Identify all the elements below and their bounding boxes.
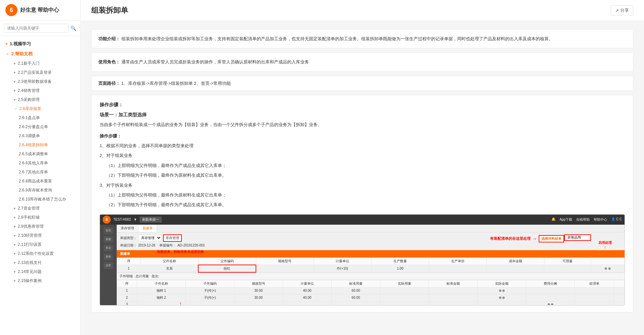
role-text: 通常由生产人员或库管人员完成折装业务的操作，库管人员确认原材料的出库和产成品的入…	[121, 59, 309, 64]
table-row: 1 物料 1 子(件(+) 30.00 40.00 60.00 ⊕ ⊗	[117, 287, 625, 294]
sidebar-item-data-prep[interactable]: + 2.3使用前数据准备	[11, 77, 80, 86]
label: 2.6库存核算	[19, 106, 41, 112]
sidebar-item-ops[interactable]: + 2.10经营管理	[11, 231, 80, 240]
screenshot-mockup: 6 TEST-H002 ▼ 刷新单据一 🔔 App下载 在线帮助 帮助中心 👤 …	[100, 214, 625, 305]
sidebar-item-new-user[interactable]: + 2.1新手入门	[11, 59, 80, 68]
sidebar-item-other-out[interactable]: 2.6.7其他出库单	[16, 168, 80, 177]
sidebar-item-transfer[interactable]: 2.6.3调拨单	[16, 131, 80, 141]
label: 2.5采购管理	[18, 97, 40, 103]
plus-icon: +	[13, 61, 16, 66]
sidebar-item-purchase[interactable]: + 2.5采购管理	[11, 95, 80, 104]
label: 2.12系统个性化设置	[18, 251, 54, 257]
nav-tree: + 1.视频学习 － 2.帮助文档 + 2.1新手入门 + 2.2产品安装及登录…	[0, 36, 80, 335]
table-row: 1 关系 组红 件(+10) 1.00	[117, 265, 625, 272]
ss-nav-inv: 库存	[104, 245, 113, 252]
label: 2.15操作案例	[18, 278, 42, 284]
sidebar-item-docs[interactable]: － 2.帮助文档	[0, 49, 80, 59]
scenario1-desc: 当由多个子件材料组装成一个成品的业务为【组装】业务，当由一个父件拆分成多个子产品…	[100, 121, 625, 128]
ss-nav-new: 新建	[104, 236, 113, 243]
nav-sub-docs: + 2.1新手入门 + 2.2产品安装及登录 + 2.3使用前数据准备 + 2.…	[0, 59, 80, 285]
th-spec: 规格型号	[256, 258, 314, 265]
ss-date-row: 单据日期： 2019-12-26 单据编号： AD-20191226-001	[120, 243, 205, 248]
sidebar-item-stocktake[interactable]: 2.6.1盘点单	[16, 113, 80, 122]
sidebar-item-account-wrong[interactable]: 2.6.10库存账本错了怎么办	[16, 195, 80, 204]
sidebar-item-cases[interactable]: + 2.15操作案例	[11, 276, 80, 285]
share-button[interactable]: ↗ 分享	[611, 5, 633, 15]
plus-icon: +	[13, 215, 16, 220]
sidebar-item-cost-adjust[interactable]: 2.6.5成本调整单	[16, 150, 80, 159]
label: 2.2产品安装及登录	[18, 70, 52, 75]
sidebar-item-mobile[interactable]: + 2.8手机旺铺	[11, 213, 80, 222]
minus-icon: －	[13, 106, 17, 112]
sidebar-item-stock-query[interactable]: 2.6.9库存账本查询	[16, 186, 80, 195]
th-action	[591, 258, 624, 265]
ss-upper-table: 序 父件名称 父件编码 规格型号 计量单位 生产数量 生产单价 成本金额 可用量	[117, 258, 625, 273]
label: 2.6.4组装拆卸单	[19, 142, 48, 148]
ss-type-select[interactable]: 库存管理	[138, 235, 162, 241]
label: 2.3使用前数据准备	[18, 79, 52, 85]
step2-1: （1）上部明细为父件明细，最终作为产成品生成其它入库单；	[100, 162, 625, 169]
label: 2.9优惠券管理	[18, 224, 44, 229]
sidebar-item-print[interactable]: + 2.11打印设置	[11, 240, 80, 249]
plus-icon: +	[13, 252, 16, 256]
sidebar-item-split-stocktake[interactable]: 2.6.2分量盘点单	[16, 122, 80, 131]
ss-nav-home: 首页	[104, 227, 113, 234]
ss-top-links: 🔔 App下载 在线帮助 帮助中心 👤 C C	[551, 217, 622, 222]
intro-label: 功能介绍：	[98, 36, 120, 41]
ss-tabs: 库存管理 新建单	[117, 225, 625, 232]
plus-icon: +	[13, 279, 16, 283]
ss-lower-header: 子件明细 总计用量 批次:	[117, 273, 625, 280]
search-button[interactable]: 🔍	[70, 25, 76, 31]
th-parent-name: 父件名称	[141, 258, 198, 265]
sidebar-item-custom[interactable]: + 2.12系统个性化设置	[11, 249, 80, 258]
ss-red-input[interactable]	[564, 234, 591, 241]
ss-type-annotated: 库存管理	[163, 234, 182, 242]
intro-card: 功能介绍： 组装拆卸单用来处理企业组装或拆卸等加工业务，支持有固定装配清单的产品…	[91, 29, 633, 48]
ss-form-left: 单据类型： 库存管理 库存管理 单据日期： 2019-12-26 单据编	[120, 234, 205, 248]
label: 2.6.10库存账本错了怎么办	[19, 197, 66, 202]
ss-red-input-container	[564, 234, 591, 241]
share-icon: ↗	[615, 8, 619, 13]
sidebar-item-videos[interactable]: + 1.视频学习	[0, 39, 80, 49]
sidebar-item-cost-calc[interactable]: 2.6.8商品成本重算	[16, 177, 80, 186]
search-input[interactable]	[4, 24, 68, 33]
sidebar-item-finance[interactable]: + 2.7资金管理	[11, 204, 80, 213]
ss-btn-select-material: 选择对料材单	[539, 235, 564, 242]
plus-icon: +	[13, 79, 16, 84]
plus-icon: +	[13, 70, 16, 75]
sidebar-item-sales[interactable]: + 2.4销售管理	[11, 86, 80, 95]
label: 2.10经营管理	[18, 233, 42, 238]
sidebar: 6 好生意 帮助中心 🔍 + 1.视频学习 － 2.帮助文档 + 2.1新手入门…	[0, 0, 80, 335]
path-label: 页面路径：	[98, 81, 120, 86]
th-seq: 序	[117, 258, 141, 265]
ss-topnav: 6 TEST-H002 ▼ 刷新单据一 🔔 App下载 在线帮助 帮助中心 👤 …	[100, 215, 625, 225]
collapse-icon: －	[5, 51, 9, 57]
annotation-5: ↑ 无固定清单可以组给在这里录入	[157, 301, 204, 305]
label: 2.6.2分量盘点单	[19, 124, 48, 130]
sidebar-item-assembly[interactable]: 2.6.4组装拆卸单	[16, 141, 80, 150]
sidebar-item-online-pay[interactable]: + 2.13在线支付	[11, 258, 80, 267]
ss-type-row: 单据类型： 库存管理 库存管理	[120, 234, 205, 242]
ss-dropdown-icon: ▼	[133, 218, 137, 221]
search-box: 🔍	[0, 20, 80, 36]
plus-icon: +	[13, 261, 16, 265]
sidebar-item-label: 2.帮助文档	[11, 51, 33, 57]
sidebar-item-install[interactable]: + 2.2产品安装及登录	[11, 68, 80, 77]
role-card: 使用角色： 通常由生产人员或库管人员完成折装业务的操作，库管人员确认原材料的出库…	[91, 52, 633, 71]
ss-lower-wrap: 子件明细 总计用量 批次: 序 子件名称 子件编码	[117, 273, 625, 305]
ss-nav-fin: 财务	[104, 254, 113, 260]
ops-title: 操作步骤：	[100, 102, 625, 108]
sidebar-item-coupon[interactable]: + 2.9优惠券管理	[11, 222, 80, 231]
ss-company: TEST-H002	[113, 218, 131, 221]
label: 2.1新手入门	[18, 61, 40, 66]
label: 2.6.5成本调整单	[19, 151, 48, 157]
sidebar-item-faq[interactable]: + 2.14常见问题	[11, 267, 80, 276]
path-text: 1、库存核算->库存管理->组装拆卸单 2、首页->常用功能	[121, 81, 231, 86]
arrow-right-1: →	[532, 236, 537, 242]
ss-nav-set: 设置	[104, 262, 113, 269]
sidebar-item-other-in[interactable]: 2.6.6其他入库单	[16, 159, 80, 168]
intro-text: 组装拆卸单用来处理企业组装或拆卸等加工业务，支持有固定装配清单的产品加工业务，也…	[121, 36, 553, 41]
th-unit: 计量单位	[314, 258, 371, 265]
step2: 2、对于组装业务	[100, 152, 625, 159]
sidebar-item-inventory[interactable]: － 2.6库存核算	[11, 104, 80, 113]
